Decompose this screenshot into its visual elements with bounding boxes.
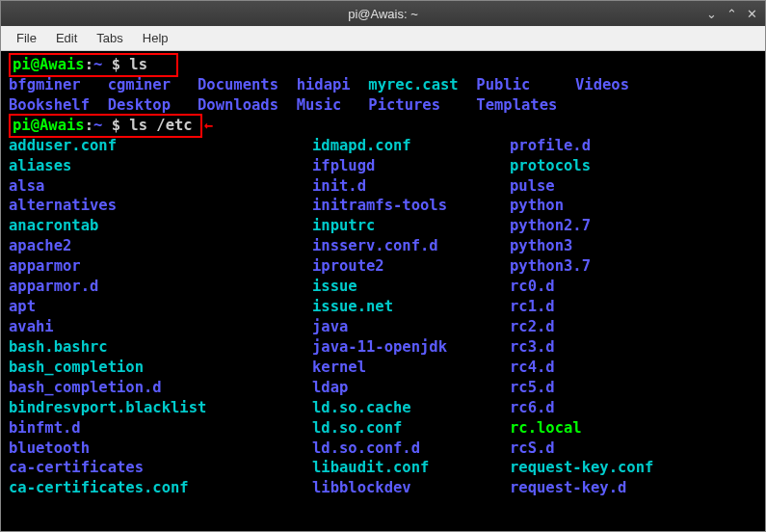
ls-output-row-2: Bookshelf Desktop Downloads Music Pictur… <box>9 95 757 116</box>
ls-item: Public <box>476 76 530 93</box>
ls-etc-item: alternatives <box>9 196 312 216</box>
ls-etc-item: inputrc <box>312 216 510 236</box>
ls-etc-item: rcS.d <box>510 439 757 459</box>
ls-etc-item: alsa <box>9 176 312 197</box>
ls-etc-item: apparmor.d <box>9 277 312 297</box>
ls-output-row-1: bfgminer cgminer Documents hidapi myrec.… <box>9 75 757 95</box>
ls-etc-item: avahi <box>9 317 312 337</box>
ls-etc-item: request-key.d <box>510 478 757 498</box>
ls-etc-item: ld.so.conf.d <box>312 439 510 459</box>
ls-etc-item: issue <box>312 277 510 297</box>
ls-etc-item: ca-certificates <box>9 458 312 478</box>
ls-etc-item: python <box>510 196 757 216</box>
ls-etc-column-2: idmapd.confifplugdinit.dinitramfs-toolsi… <box>312 136 510 499</box>
ls-etc-item: insserv.conf.d <box>312 236 510 256</box>
ls-etc-item: bash_completion.d <box>9 378 312 398</box>
ls-etc-item: ifplugd <box>312 156 510 176</box>
minimize-button[interactable]: ⌄ <box>706 7 717 21</box>
ls-etc-item: bluetooth <box>9 439 312 459</box>
maximize-button[interactable]: ⌃ <box>726 7 737 21</box>
ls-etc-item: binfmt.d <box>9 418 312 439</box>
ls-etc-item: ld.so.cache <box>312 398 510 418</box>
titlebar[interactable]: pi@Awais: ~ ⌄ ⌃ ✕ <box>1 1 765 26</box>
ls-etc-item: rc6.d <box>510 398 757 418</box>
ls-etc-item: java-11-openjdk <box>312 337 510 358</box>
menu-edit[interactable]: Edit <box>48 28 85 48</box>
ls-etc-item: kernel <box>312 358 510 378</box>
highlight-annotation-1: pi@Awais:~ $ ls <box>9 53 178 77</box>
ls-etc-item: aliases <box>9 156 312 176</box>
ls-item: Downloads <box>198 96 278 114</box>
ls-etc-column-3: profile.dprotocolspulsepythonpython2.7py… <box>510 136 757 499</box>
titlebar-controls: ⌄ ⌃ ✕ <box>706 7 757 21</box>
ls-etc-item: python2.7 <box>510 216 757 236</box>
ls-etc-item: apt <box>9 297 312 317</box>
ls-etc-item: adduser.conf <box>9 136 312 156</box>
ls-etc-item: rc5.d <box>510 378 757 398</box>
ls-etc-item: apparmor <box>9 256 312 277</box>
ls-etc-item: python3.7 <box>510 256 757 277</box>
ls-item: Pictures <box>368 96 440 114</box>
terminal-area[interactable]: pi@Awais:~ $ ls bfgminer cgminer Documen… <box>1 51 765 531</box>
prompt-line-2: pi@Awais:~ $ ls /etc← <box>9 116 757 136</box>
ls-item: Desktop <box>108 96 171 114</box>
ls-item: bfgminer <box>9 76 81 93</box>
close-button[interactable]: ✕ <box>747 7 757 21</box>
ls-item: hidapi <box>297 76 351 93</box>
ls-etc-item: apache2 <box>9 236 312 256</box>
ls-etc-item: rc4.d <box>510 358 757 378</box>
ls-etc-item: rc0.d <box>510 277 757 297</box>
ls-etc-item: libblockdev <box>312 478 510 498</box>
ls-item: Documents <box>198 76 278 93</box>
ls-etc-item: protocols <box>510 156 757 176</box>
ls-etc-item: ldap <box>312 378 510 398</box>
ls-etc-item: rc1.d <box>510 297 757 317</box>
ls-etc-item: rc.local <box>510 418 757 439</box>
ls-etc-item: python3 <box>510 236 757 256</box>
ls-etc-item: bash.bashrc <box>9 337 312 358</box>
ls-etc-output: adduser.confaliasesalsaalternativesanacr… <box>9 136 757 499</box>
ls-item: Bookshelf <box>9 96 90 114</box>
ls-etc-column-1: adduser.confaliasesalsaalternativesanacr… <box>9 136 312 499</box>
ls-etc-item: rc3.d <box>510 337 757 358</box>
command-2: ls /etc <box>129 117 192 134</box>
window-title: pi@Awais: ~ <box>348 7 418 21</box>
ls-item: cgminer <box>108 76 171 93</box>
menu-tabs[interactable]: Tabs <box>89 28 130 48</box>
ls-etc-item: bash_completion <box>9 358 312 378</box>
prompt-path: ~ <box>93 117 102 134</box>
prompt-line-1: pi@Awais:~ $ ls <box>9 55 757 75</box>
ls-etc-item: anacrontab <box>9 216 312 236</box>
ls-etc-item: init.d <box>312 176 510 197</box>
prompt-user: pi@Awais <box>13 56 85 73</box>
ls-etc-item: idmapd.conf <box>312 136 510 156</box>
menu-file[interactable]: File <box>9 28 44 48</box>
ls-etc-item: pulse <box>510 176 757 197</box>
ls-item: Music <box>297 96 342 114</box>
ls-etc-item: ld.so.conf <box>312 418 510 439</box>
ls-etc-item: iproute2 <box>312 256 510 277</box>
terminal-window: pi@Awais: ~ ⌄ ⌃ ✕ File Edit Tabs Help pi… <box>0 0 766 532</box>
prompt-path: ~ <box>93 56 102 73</box>
menubar: File Edit Tabs Help <box>1 26 765 51</box>
ls-etc-item: java <box>312 317 510 337</box>
arrow-annotation-icon: ← <box>204 117 213 134</box>
ls-item: Templates <box>476 96 557 114</box>
menu-help[interactable]: Help <box>135 28 176 48</box>
ls-etc-item: initramfs-tools <box>312 196 510 216</box>
ls-etc-item: bindresvport.blacklist <box>9 398 312 418</box>
ls-item: Videos <box>575 76 629 93</box>
ls-etc-item: libaudit.conf <box>312 458 510 478</box>
highlight-annotation-2: pi@Awais:~ $ ls /etc <box>9 114 202 138</box>
prompt-user: pi@Awais <box>13 117 85 134</box>
ls-etc-item: ca-certificates.conf <box>9 478 312 498</box>
ls-etc-item: rc2.d <box>510 317 757 337</box>
ls-etc-item: issue.net <box>312 297 510 317</box>
ls-item: myrec.cast <box>368 76 458 93</box>
ls-etc-item: profile.d <box>510 136 757 156</box>
ls-etc-item: request-key.conf <box>510 458 757 478</box>
command-1: ls <box>129 56 147 73</box>
